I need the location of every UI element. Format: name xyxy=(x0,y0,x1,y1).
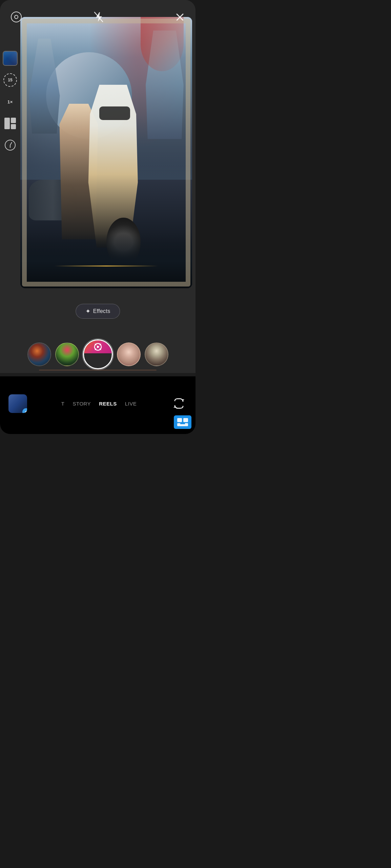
record-button-bg xyxy=(84,340,112,353)
close-button[interactable] xyxy=(174,12,185,22)
timer-button[interactable]: 15 xyxy=(3,73,18,87)
camera-preview xyxy=(20,17,192,288)
thumb-5-bg xyxy=(145,343,168,366)
settings-icon xyxy=(11,12,22,22)
watermark-icon xyxy=(174,415,191,429)
timer-circle: 15 xyxy=(3,73,17,87)
flip-camera-icon xyxy=(173,397,185,410)
layout-button[interactable] xyxy=(3,116,18,131)
effects-label: Effects xyxy=(93,308,110,314)
reels-logo-icon xyxy=(91,340,104,353)
record-button[interactable] xyxy=(83,339,113,369)
tab-t[interactable]: T xyxy=(61,401,65,407)
svg-rect-10 xyxy=(177,418,182,422)
bottom-nav: + T STORY REELS LIVE xyxy=(0,376,196,434)
thumb-2-bg xyxy=(56,343,78,366)
flip-camera-button[interactable] xyxy=(171,395,187,412)
nav-gallery-button[interactable]: + xyxy=(8,394,27,413)
timer-value: 15 xyxy=(8,78,12,82)
zoom-value: 1× xyxy=(7,99,13,104)
timer2-button[interactable] xyxy=(3,138,18,153)
camera-viewfinder xyxy=(20,17,192,288)
svg-rect-13 xyxy=(180,422,185,424)
photo-border xyxy=(22,19,190,287)
clock-icon xyxy=(5,140,16,151)
media-thumb-2[interactable] xyxy=(55,342,79,366)
app-container: 15 1× xyxy=(0,0,196,434)
zoom-button[interactable]: 1× xyxy=(3,94,18,109)
settings-button[interactable] xyxy=(10,11,22,23)
watermark-logo xyxy=(177,417,189,427)
flash-button[interactable] xyxy=(92,11,105,23)
flash-off-icon xyxy=(94,12,103,22)
watermark xyxy=(174,415,191,429)
badge-label: + xyxy=(25,409,27,413)
gallery-thumbnail-button[interactable] xyxy=(3,51,18,66)
svg-rect-11 xyxy=(183,418,188,422)
effects-button[interactable]: ✦ Effects xyxy=(76,304,120,319)
thumb-4-bg xyxy=(118,343,140,366)
gallery-thumb xyxy=(3,51,18,66)
layout-icon xyxy=(4,118,16,129)
media-strip xyxy=(0,334,196,375)
top-bar xyxy=(0,0,196,27)
tab-story[interactable]: STORY xyxy=(73,401,91,407)
media-thumb-1[interactable] xyxy=(27,342,51,366)
left-sidebar: 15 1× xyxy=(3,51,18,153)
tab-live[interactable]: LIVE xyxy=(125,401,137,407)
nav-tabs: T STORY REELS LIVE xyxy=(61,401,137,407)
media-thumb-5[interactable] xyxy=(145,342,168,366)
effects-icon: ✦ xyxy=(85,308,90,315)
thumb-1-bg xyxy=(28,343,50,366)
tab-reels[interactable]: REELS xyxy=(99,401,117,407)
media-thumb-4[interactable] xyxy=(117,342,141,366)
